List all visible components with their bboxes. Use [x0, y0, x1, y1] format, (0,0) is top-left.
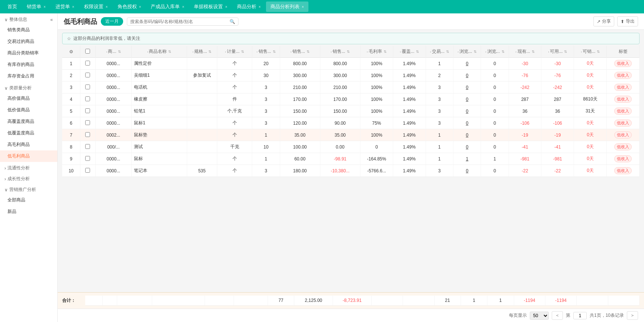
nav-item-permission[interactable]: 权限设置 × [80, 1, 112, 12]
row-checkbox[interactable] [80, 70, 96, 82]
col-saleable[interactable]: ·可销...⇅ [574, 46, 607, 58]
close-icon[interactable]: × [225, 5, 227, 9]
sidebar-group-growth[interactable]: › 成长性分析 [0, 173, 57, 184]
row-select-checkbox[interactable] [85, 120, 90, 125]
share-button[interactable]: ↗ 分享 [593, 16, 614, 26]
col-tag[interactable]: 标签 [607, 46, 640, 58]
col-checkbox[interactable] [80, 46, 96, 58]
sidebar-item-traded[interactable]: 交易过的商品 [0, 36, 57, 47]
row-select-checkbox[interactable] [85, 108, 90, 113]
row-browse1[interactable]: 0 [453, 82, 481, 93]
sidebar-item-high-margin[interactable]: 高毛利商品 [0, 139, 57, 150]
col-coverage[interactable]: ·覆盖...⇅ [393, 46, 426, 58]
prev-page-button[interactable]: ＜ [552, 311, 563, 320]
nav-item-product-list[interactable]: 商品分析列表 × [266, 1, 308, 12]
search-icon[interactable]: 🔍 [230, 19, 235, 24]
sidebar-group-circulation[interactable]: › 流通性分析 [0, 162, 57, 173]
row-select-checkbox[interactable] [85, 85, 90, 89]
close-icon[interactable]: × [259, 5, 261, 9]
row-checkbox[interactable] [80, 117, 96, 129]
row-name[interactable]: 铅笔1 [131, 105, 187, 117]
sidebar-item-high-value[interactable]: 高价值商品 [0, 93, 57, 104]
nav-item-product-in[interactable]: 产成品入库单 × [146, 1, 189, 12]
sidebar-item-in-stock[interactable]: 有库存的商品 [0, 59, 57, 70]
filter-recent-month[interactable]: 近一月 [101, 17, 123, 26]
row-checkbox[interactable] [80, 93, 96, 105]
row-browse1[interactable]: 0 [453, 105, 481, 117]
search-input[interactable] [130, 19, 228, 24]
sidebar-item-low-value[interactable]: 低价值商品 [0, 104, 57, 116]
row-select-checkbox[interactable] [85, 144, 90, 149]
row-name[interactable]: 鼠标垫 [131, 129, 187, 141]
row-checkbox[interactable] [80, 153, 96, 165]
col-browse2[interactable]: ·浏览...⇅ [481, 46, 509, 58]
sidebar-item-sales-products[interactable]: 销售类商品 [0, 24, 57, 36]
row-checkbox[interactable] [80, 165, 96, 177]
sidebar-item-all-products[interactable]: 全部商品 [0, 194, 57, 206]
row-name[interactable]: 测试 [131, 141, 187, 153]
row-browse1[interactable]: 0 [453, 93, 481, 105]
close-icon[interactable]: × [182, 5, 184, 9]
row-select-checkbox[interactable] [85, 156, 90, 161]
row-name[interactable]: 橡皮擦 [131, 93, 187, 105]
nav-item-template[interactable]: 单据模板设置 × [189, 1, 232, 12]
col-browse1[interactable]: ·浏览...⇅ [453, 46, 481, 58]
row-name[interactable]: 属性定价 [131, 58, 187, 70]
sidebar-item-category-rate[interactable]: 商品分类助销率 [0, 47, 57, 59]
col-available-stock[interactable]: ·可用...⇅ [541, 46, 574, 58]
row-select-checkbox[interactable] [85, 96, 90, 101]
sidebar-group-cluster[interactable]: ∨ 类群量分析 [0, 82, 57, 93]
row-checkbox[interactable] [80, 58, 96, 70]
sidebar-item-high-coverage[interactable]: 高覆盖度商品 [0, 116, 57, 127]
row-checkbox[interactable] [80, 82, 96, 93]
row-name[interactable]: 电话机 [131, 82, 187, 93]
page-input[interactable] [573, 312, 587, 319]
sidebar-item-low-coverage[interactable]: 低覆盖度商品 [0, 127, 57, 139]
sidebar-item-low-margin[interactable]: 低毛利商品 [0, 150, 57, 162]
row-select-checkbox[interactable] [85, 132, 90, 137]
row-browse1[interactable]: 0 [453, 129, 481, 141]
table-wrapper[interactable]: ⚙ ·商...⇅ ·商品名称⇅ ·规格...⇅ ·计量...⇅ ·销售...⇅ … [62, 46, 640, 292]
close-icon[interactable]: × [106, 5, 108, 9]
row-browse1[interactable]: 0 [453, 58, 481, 70]
row-browse1[interactable]: 0 [453, 165, 481, 177]
col-gross-margin[interactable]: ·毛利率⇅ [360, 46, 393, 58]
row-name[interactable]: 笔记本 [131, 165, 187, 177]
col-current-stock[interactable]: ·现有...⇅ [509, 46, 541, 58]
close-icon[interactable]: × [44, 5, 46, 9]
settings-icon[interactable]: ⚙ [69, 49, 73, 54]
row-select-checkbox[interactable] [85, 73, 90, 77]
col-trade-count[interactable]: ·交易...⇅ [426, 46, 453, 58]
sidebar-group-overall[interactable]: ∨ 整体信息 « [0, 13, 57, 24]
row-browse1[interactable]: 1 [453, 153, 481, 165]
row-browse1[interactable]: 0 [453, 141, 481, 153]
col-sales-profit[interactable]: ·销售...⇅ [320, 46, 360, 58]
col-spec[interactable]: ·规格...⇅ [187, 46, 217, 58]
nav-item-product-analysis[interactable]: 商品分析 × [233, 1, 265, 12]
next-page-button[interactable]: ＞ [627, 311, 638, 320]
col-code[interactable]: ·商...⇅ [95, 46, 131, 58]
row-checkbox[interactable] [80, 129, 96, 141]
nav-item-home[interactable]: 首页 [3, 1, 22, 12]
close-icon[interactable]: × [302, 5, 304, 9]
row-browse1[interactable]: 0 [453, 70, 481, 82]
sidebar-item-stock-fund[interactable]: 库存资金占用 [0, 70, 57, 82]
row-browse1[interactable]: 0 [453, 117, 481, 129]
row-select-checkbox[interactable] [85, 168, 90, 173]
close-icon[interactable]: × [72, 5, 74, 9]
col-unit[interactable]: ·计量...⇅ [217, 46, 252, 58]
row-checkbox[interactable] [80, 141, 96, 153]
page-size-select[interactable]: 50 20 100 [530, 312, 549, 320]
sidebar-group-marketing[interactable]: ∨ 营销推广分析 [0, 184, 57, 194]
col-sales-qty[interactable]: ·销售...⇅ [252, 46, 280, 58]
export-button[interactable]: ⬆ 导出 [617, 16, 638, 26]
col-sales-amount[interactable]: ·销售...⇅ [280, 46, 320, 58]
select-all-checkbox[interactable] [85, 49, 90, 54]
col-settings[interactable]: ⚙ [62, 46, 80, 58]
nav-item-role[interactable]: 角色授权 × [113, 1, 146, 12]
nav-item-purchase[interactable]: 进货单 × [51, 1, 79, 12]
row-name[interactable]: 吴细细1 [131, 70, 187, 82]
close-icon[interactable]: × [139, 5, 141, 9]
row-select-checkbox[interactable] [85, 61, 90, 66]
row-checkbox[interactable] [80, 105, 96, 117]
